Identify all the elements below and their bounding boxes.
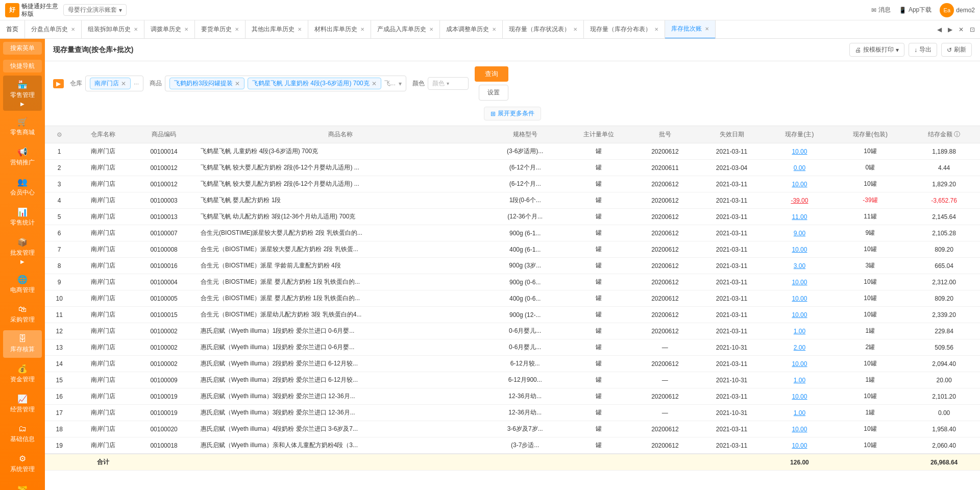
sidebar-item-system[interactable]: ⚙ 系统管理 <box>3 450 42 478</box>
industry-selector[interactable]: 母婴行业演示账套 ▾ <box>63 4 127 16</box>
sidebar-item-base[interactable]: 🗂 基础信息 <box>3 420 42 448</box>
close-icon[interactable]: ✕ <box>654 27 658 32</box>
tag-close-icon[interactable]: ✕ <box>121 80 126 87</box>
sidebar-item-inventory[interactable]: 🗄 库存核算 <box>3 330 42 358</box>
close-icon[interactable]: ✕ <box>360 27 364 32</box>
expand-arrow-icon[interactable]: ▶ <box>53 79 64 88</box>
table-cell[interactable]: 10.00 <box>767 290 832 307</box>
filter-expand-arrow[interactable]: ▶ <box>53 79 64 88</box>
goods-more[interactable]: 飞... <box>384 79 396 88</box>
sidebar-item-finance[interactable]: 💰 资金管理 <box>3 360 42 388</box>
warehouse-tag-container[interactable]: 南岸门店 ✕ ··· <box>85 76 143 91</box>
table-cell[interactable]: 10.00 <box>767 307 832 323</box>
tab-cai-liao[interactable]: 材料出库单历史 ✕ <box>308 20 371 39</box>
close-icon[interactable]: ✕ <box>705 26 709 32</box>
sidebar-item-ecommerce[interactable]: 🌐 电商管理 <box>3 271 42 299</box>
tag-close-icon[interactable]: ✕ <box>235 80 240 87</box>
table-cell[interactable]: 10.00 <box>767 437 832 454</box>
export-btn[interactable]: ↓ 导出 <box>909 43 937 57</box>
tag-close-icon[interactable]: ✕ <box>372 80 377 87</box>
close-icon[interactable]: ✕ <box>573 27 577 32</box>
tab-home[interactable]: 首页 <box>0 20 25 39</box>
expand-conditions-btn[interactable]: ⊞ 展开更多条件 <box>484 107 541 120</box>
user-menu[interactable]: Ea demo2 <box>940 3 975 17</box>
avatar: Ea <box>940 3 954 17</box>
close-icon[interactable]: ✕ <box>429 27 433 32</box>
tab-fen-pan[interactable]: 分盘点单历史 ✕ <box>25 20 82 39</box>
app-download-btn[interactable]: 📱 App下载 <box>899 6 932 14</box>
sidebar-search[interactable]: 搜索英单 <box>3 42 42 55</box>
tab-next-btn[interactable]: ▶ <box>946 25 954 34</box>
col-settings[interactable]: ⚙ <box>45 126 74 143</box>
table-cell: 罐 <box>565 160 633 176</box>
table-cell: 合生元（BIOSTIME）派星 学龄前儿童配方奶粉 4段 <box>195 258 486 274</box>
close-icon[interactable]: ✕ <box>492 27 496 32</box>
batch-icon: 📦 <box>17 237 28 247</box>
sidebar-item-purchase[interactable]: 🛍 采购管理 <box>3 301 42 328</box>
settings-gear-icon[interactable]: ⚙ <box>57 131 62 138</box>
table-cell[interactable]: 10.00 <box>767 241 832 258</box>
refresh-btn[interactable]: ↺ 刷新 <box>941 43 972 57</box>
table-cell[interactable]: 10.00 <box>767 274 832 290</box>
close-icon[interactable]: ✕ <box>235 27 239 32</box>
tab-chan-pin[interactable]: 产成品入库单历史 ✕ <box>371 20 440 39</box>
close-icon[interactable]: ✕ <box>184 27 188 32</box>
sidebar-item-member[interactable]: 👥 会员中心 <box>3 173 42 201</box>
col-balance: 结存金额 ⓘ <box>908 126 980 143</box>
settings-button[interactable]: 设置 <box>479 85 508 101</box>
goods-dropdown-icon: ▾ <box>399 80 402 87</box>
goods-tag-1[interactable]: 飞鹤奶粉3段闷罐提装 ✕ <box>169 78 244 89</box>
tab-bar: 首页 分盘点单历史 ✕ 组装拆卸单历史 ✕ 调拨单历史 ✕ 要货单历史 ✕ 其他… <box>0 20 980 39</box>
tab-xian-cun-fen[interactable]: 现存量（库存分布表） ✕ <box>584 20 665 39</box>
table-cell[interactable]: 11.00 <box>767 209 832 225</box>
sidebar-item-zero-stats[interactable]: 📊 零售统计 <box>3 203 42 231</box>
table-cell[interactable]: 2.00 <box>767 339 832 356</box>
goods-tag-2[interactable]: 飞鹤星飞帆 儿童奶粉 4段(3-6岁适用) 700克 ✕ <box>248 78 381 89</box>
tab-yao-huo[interactable]: 要货单历史 ✕ <box>195 20 246 39</box>
table-cell[interactable]: 10.00 <box>767 176 832 192</box>
table-cell[interactable]: -39.00 <box>767 192 832 209</box>
table-cell: 2021-03-11 <box>697 437 767 454</box>
table-cell[interactable]: 9.00 <box>767 225 832 241</box>
close-icon[interactable]: ✕ <box>134 27 138 32</box>
tab-diao-bo[interactable]: 调拨单历史 ✕ <box>144 20 195 39</box>
table-cell: 飞鹤星飞帆 婴儿配方奶粉 1段 <box>195 192 486 209</box>
tab-qi-ta-chu[interactable]: 其他出库单历史 ✕ <box>246 20 308 39</box>
close-icon[interactable]: ✕ <box>298 27 302 32</box>
tab-zu-cai[interactable]: 组装拆卸单历史 ✕ <box>82 20 144 39</box>
tab-ku-cun-pi[interactable]: 库存批次账 ✕ <box>665 20 716 39</box>
table-cell[interactable]: 1.00 <box>767 405 832 421</box>
table-cell[interactable]: 3.00 <box>767 258 832 274</box>
table-cell[interactable]: 1.00 <box>767 372 832 388</box>
sidebar-quick-nav[interactable]: 快捷导航 <box>3 60 42 72</box>
tab-prev-btn[interactable]: ◀ <box>935 25 944 34</box>
sidebar-item-marketing[interactable]: 📢 营销推广 <box>3 143 42 171</box>
table-cell[interactable]: 1.00 <box>767 323 832 339</box>
filter-more[interactable]: ··· <box>134 80 139 87</box>
tab-more-btn[interactable]: ⊡ <box>968 25 977 34</box>
goods-tag-container[interactable]: 飞鹤奶粉3段闷罐提装 ✕ 飞鹤星飞帆 儿童奶粉 4段(3-6岁适用) 700克 … <box>165 76 406 91</box>
color-dropdown[interactable]: 颜色 ▾ <box>428 77 469 90</box>
message-btn[interactable]: ✉ 消息 <box>871 6 891 14</box>
sidebar-item-enterprise[interactable]: 🤝 企业协同 <box>3 480 42 490</box>
tab-cheng-ben[interactable]: 成本调整单历史 ✕ <box>440 20 503 39</box>
table-cell[interactable]: 10.00 <box>767 421 832 437</box>
table-cell[interactable]: 10.00 <box>767 388 832 405</box>
table-cell: 229.84 <box>908 323 980 339</box>
sidebar-item-operation[interactable]: 📈 经营管理 <box>3 390 42 418</box>
table-cell[interactable]: 10.00 <box>767 356 832 372</box>
sidebar-item-batch[interactable]: 📦 批发管理 ▶ <box>3 233 42 268</box>
table-cell[interactable]: 0.00 <box>767 160 832 176</box>
tab-close-btn[interactable]: ✕ <box>957 25 966 34</box>
table-cell: 14 <box>45 356 74 372</box>
warehouse-tag[interactable]: 南岸门店 ✕ <box>90 78 131 89</box>
tab-xian-cun-ku[interactable]: 现存量（库存状况表） ✕ <box>503 20 584 39</box>
sidebar-item-zero-sales[interactable]: 🏪 零售管理 ▶ <box>3 76 42 111</box>
sidebar-item-zero-mall[interactable]: 🛒 零售商城 <box>3 113 42 141</box>
query-button[interactable]: 查询 <box>475 66 508 82</box>
print-btn[interactable]: 🖨 按模板打印 ▾ <box>849 43 904 57</box>
arrow-icon: ▶ <box>20 101 24 107</box>
enterprise-icon: 🤝 <box>17 484 28 490</box>
table-cell[interactable]: 10.00 <box>767 143 832 160</box>
close-icon[interactable]: ✕ <box>71 27 75 32</box>
